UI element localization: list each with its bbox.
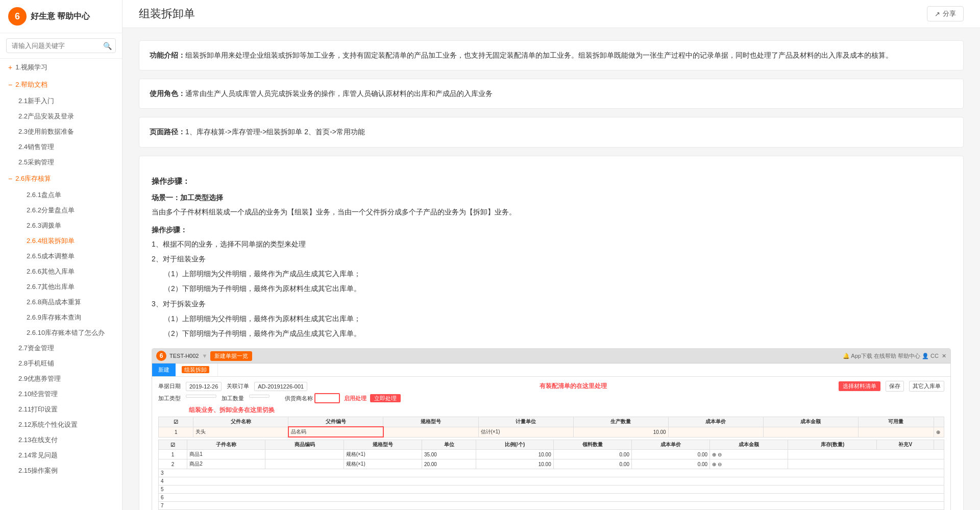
sc-close-icon: ✕ bbox=[942, 353, 946, 359]
sc-lcell-spec2: 规格(×1) bbox=[344, 459, 422, 469]
sidebar-sub-262[interactable]: 2.6.2分量盘点单 bbox=[27, 203, 122, 218]
sidebar-sub-210[interactable]: 2.10经营管理 bbox=[18, 386, 122, 402]
sc-lcell-price2: 0.00 bbox=[631, 459, 709, 469]
sc-cell-price bbox=[668, 427, 763, 437]
sc-lower-table: ☑ 子件名称 商品编码 规格型号 单位 比例(/个) 领料数量 成本单价 成本金… bbox=[158, 440, 944, 510]
sc-lcell-name1: 商品1 bbox=[187, 450, 265, 459]
sc-cell-qty3: 10.00 bbox=[573, 427, 668, 437]
sc-lower-row1: 1 商品1 规格(×1) 35.00 10.00 0.00 0.00 ⊕ ⊖ bbox=[159, 450, 944, 459]
sc-th-num2: 生产数量 bbox=[573, 417, 668, 427]
sc-label-type: 加工类型 bbox=[158, 395, 181, 402]
sidebar-sub-264[interactable]: 2.6.4组装拆卸单 bbox=[27, 233, 122, 249]
sc-cell-name: 关头 bbox=[193, 427, 288, 437]
sidebar-sub-29[interactable]: 2.9优惠券管理 bbox=[18, 371, 122, 386]
sc-tab-bar: 新建 组装拆卸 bbox=[152, 363, 950, 377]
step1: 1、根据不同的业务，选择不同单据的类型来处理 bbox=[152, 238, 951, 251]
sc-lcell-empty6: 6 bbox=[159, 494, 944, 502]
sidebar-sub-28[interactable]: 2.8手机旺铺 bbox=[18, 356, 122, 371]
sc-label-assno: 关联订单 bbox=[227, 382, 249, 390]
logo-icon: 6 bbox=[8, 7, 27, 26]
sc-tab-assembly: 组装拆卸 bbox=[176, 363, 218, 376]
main-area: 组装拆卸单 ↗ 分享 功能介绍：组装拆卸单用来处理企业组装或拆卸等加工业务，支持… bbox=[122, 0, 980, 510]
sc-th-qty2: 计量单位 bbox=[478, 417, 573, 427]
sidebar-sub-23[interactable]: 2.3使用前数据准备 bbox=[18, 124, 122, 139]
sc-lth-check: ☑ bbox=[159, 440, 187, 450]
sc-lower-row6: 6 bbox=[159, 494, 944, 502]
sc-logo: 6 bbox=[156, 351, 166, 361]
sc-select-btn: 选择材料清单 bbox=[839, 381, 880, 391]
sc-th-avail: 可用量 bbox=[858, 417, 934, 427]
sc-form-row2: 加工类型 加工数量 供货商名称 启用处理 立即处理 bbox=[158, 395, 944, 402]
expand-icon: + bbox=[8, 63, 12, 71]
sidebar-item-docs[interactable]: − 2.帮助文档 bbox=[0, 76, 122, 93]
step3-2: （2）下部明细为子件明细，最终作为产成品生成其它入库单。 bbox=[164, 327, 951, 340]
sc-lth-ops: 补充V bbox=[877, 440, 934, 450]
page-header: 组装拆卸单 ↗ 分享 bbox=[122, 0, 980, 28]
sc-lcell-price1: 0.00 bbox=[631, 450, 709, 459]
sc-label-date: 单据日期 bbox=[158, 382, 181, 390]
sc-annotation3: 启用处理 bbox=[344, 395, 366, 401]
sidebar-sub-22[interactable]: 2.2产品安装及登录 bbox=[18, 109, 122, 124]
sidebar-item-video-label: 1.视频学习 bbox=[15, 63, 47, 72]
sc-lcell-empty5: 5 bbox=[159, 485, 944, 494]
sidebar-sub-267[interactable]: 2.6.7其他出库单 bbox=[27, 279, 122, 295]
sidebar-sub-211[interactable]: 2.11打印设置 bbox=[18, 402, 122, 417]
intro-block: 功能介绍：组装拆卸单用来处理企业组装或拆卸等加工业务，支持有固定装配清单的产品加… bbox=[139, 40, 964, 70]
sc-lcell-rest1 bbox=[788, 450, 944, 459]
sc-lower-row3: 3 bbox=[159, 469, 944, 477]
sc-cell-op: ⊕ bbox=[934, 427, 944, 437]
collapse-sub-icon: − bbox=[8, 175, 12, 183]
sc-assno-value: AD-20191226-001 bbox=[254, 382, 307, 391]
sidebar-item-video[interactable]: + 1.视频学习 bbox=[0, 59, 122, 76]
sc-lower-row7: 7 bbox=[159, 502, 944, 510]
sc-lcell-empty7: 7 bbox=[159, 502, 944, 510]
sidebar-sub-213[interactable]: 2.13在线支付 bbox=[18, 432, 122, 448]
sc-cell-check: 1 bbox=[159, 427, 193, 437]
sc-th-cost: 成本单价 bbox=[668, 417, 763, 427]
sidebar-sub-2610[interactable]: 2.6.10库存账本错了怎么办 bbox=[27, 325, 122, 341]
sc-lth-ratio: 比例(/个) bbox=[476, 440, 553, 450]
screenshot-container: 6 TEST-H002 ▼ 新建单据一览 🔔 App下载 在线帮助 帮助中心 👤… bbox=[152, 348, 951, 510]
step3-1: （1）上部明细为父件明细，最终作为原材料生成其它出库单； bbox=[164, 312, 951, 325]
sidebar-sub-215[interactable]: 2.15操作案例 bbox=[18, 463, 122, 478]
sc-lower-row4: 4 bbox=[159, 477, 944, 485]
sidebar-sub-263[interactable]: 2.6.3调拨单 bbox=[27, 218, 122, 233]
intro-text: 功能介绍：组装拆卸单用来处理企业组装或拆卸等加工业务，支持有固定装配清单的产品加… bbox=[150, 49, 953, 62]
sc-lcell-amount2: ⊕ ⊖ bbox=[710, 459, 788, 469]
sidebar-sub-212[interactable]: 2.12系统个性化设置 bbox=[18, 417, 122, 432]
step2-2: （2）下部明细为子件明细，最终作为原材料生成其它出库单。 bbox=[164, 282, 951, 295]
sc-label-supplier: 供货商名称 bbox=[285, 395, 313, 401]
sidebar-sub-268[interactable]: 2.6.8商品成本重算 bbox=[27, 295, 122, 310]
sc-cell-unit: 估计(×1) bbox=[478, 427, 573, 437]
sidebar-sub-265[interactable]: 2.6.5成本调整单 bbox=[27, 249, 122, 264]
step2: 2、对于组装业务 bbox=[152, 253, 951, 265]
sc-cell-amount bbox=[763, 427, 858, 437]
share-button[interactable]: ↗ 分享 bbox=[927, 6, 964, 21]
sc-th-code: 父件编号 bbox=[288, 417, 383, 427]
sc-action1: 保存 bbox=[886, 381, 904, 392]
sc-th-spec: 规格型号 bbox=[383, 417, 478, 427]
sidebar-sub-261[interactable]: 2.6.1盘点单 bbox=[27, 187, 122, 203]
sidebar-sub-27[interactable]: 2.7资金管理 bbox=[18, 341, 122, 356]
sidebar-sub-269[interactable]: 2.6.9库存账本查询 bbox=[27, 310, 122, 325]
share-icon: ↗ bbox=[935, 10, 940, 18]
sidebar-item-26[interactable]: − 2.6库存核算 bbox=[0, 170, 122, 187]
sc-type-input bbox=[186, 395, 216, 398]
ops-title: 操作步骤： bbox=[152, 177, 951, 186]
search-bar-container: 🔍 bbox=[0, 33, 122, 59]
sc-lth-price: 成本单价 bbox=[631, 440, 709, 450]
sc-lcell-spec1: 规格(×1) bbox=[344, 450, 422, 459]
path-label: 页面路径： bbox=[150, 128, 185, 136]
sidebar-sub-21[interactable]: 2.1新手入门 bbox=[18, 93, 122, 109]
sidebar-sub-214[interactable]: 2.14常见问题 bbox=[18, 448, 122, 463]
search-input[interactable] bbox=[6, 38, 116, 53]
sidebar-sub-24[interactable]: 2.4销售管理 bbox=[18, 139, 122, 155]
sc-enable-btn: 立即处理 bbox=[370, 394, 401, 402]
sidebar-sub-266[interactable]: 2.6.6其他入库单 bbox=[27, 264, 122, 279]
sidebar-sub-25[interactable]: 2.5采购管理 bbox=[18, 155, 122, 170]
sc-lcell-num2: 2 bbox=[159, 459, 187, 469]
sc-lcell-unit2: 20.00 bbox=[422, 459, 476, 469]
sc-lower-row5: 5 bbox=[159, 485, 944, 494]
path-text: 页面路径：1、库存核算->库存管理->组装拆卸单 2、首页->常用功能 bbox=[150, 126, 953, 138]
operations-block: 操作步骤： 场景一：加工类型选择 当由多个子件材料组装成一个成品的业务为【组装】… bbox=[139, 156, 964, 510]
